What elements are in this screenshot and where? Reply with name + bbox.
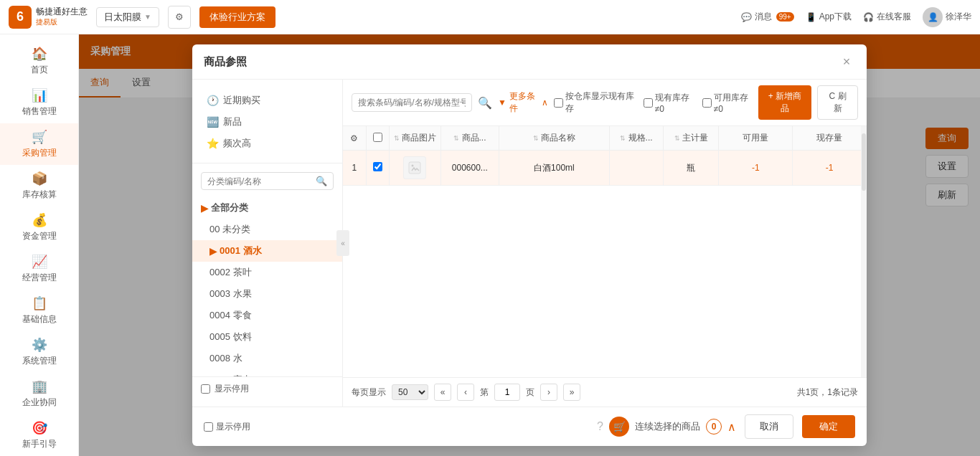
usable-not-zero-label[interactable]: 可用库存≠0 [702,92,753,114]
show-disabled-label[interactable]: 显示停用 [215,383,249,395]
main-content: 采购管理 查询 设置 查询 设置 刷新 商品参照 × [79,34,980,456]
col-settings[interactable]: ⚙ [343,126,366,151]
enterprise-icon: 🏢 [32,379,47,394]
home-icon: 🏠 [32,46,47,62]
sidebar: 🏠 首页 📊 销售管理 🛒 采购管理 📦 库存核算 💰 资金管理 📈 经营管理 … [0,34,79,456]
row-checkbox[interactable] [366,151,389,186]
tree-item-0004[interactable]: 0004 零食 [192,305,342,326]
category-tree: ▶ 全部分类 00 未分类 ▶ 0001 酒水 0002 茶 [192,194,342,376]
sidebar-item-purchase[interactable]: 🛒 采购管理 [0,123,78,165]
sidebar-item-business[interactable]: 📈 经营管理 [0,248,78,290]
row-image [389,151,440,186]
per-page-select[interactable]: 50 100 [392,384,428,400]
online-service-btn[interactable]: 🎧 在线客服 [863,11,911,23]
by-warehouse-checkbox[interactable] [554,98,563,108]
collapse-cart-icon[interactable]: ∧ [727,420,736,434]
show-disabled-footer-label[interactable]: 显示停用 [216,421,250,433]
category-search-input[interactable] [207,176,316,186]
exp-button[interactable]: 体验行业方案 [199,6,275,28]
action-buttons: + 新增商品 C 刷新 [758,85,858,120]
prev-page-button[interactable]: ‹ [457,384,474,401]
tree-item-0003[interactable]: 0003 水果 [192,283,342,305]
col-code[interactable]: ⇅ 商品... [440,126,499,151]
tree-item-00[interactable]: 00 未分类 [192,219,342,240]
row-spec [609,151,663,186]
scrollbar[interactable] [861,126,867,377]
cancel-button[interactable]: 取消 [745,414,793,439]
quick-item-frequent[interactable]: ⭐ 频次高 [201,133,334,154]
tree-item-0008[interactable]: 0008 水 [192,348,342,369]
tree-item-0002[interactable]: 0002 茶叶 [192,262,342,283]
product-table-area: ⚙ ⇅ 商品图片 ⇅ 商品... [343,126,867,377]
cart-area: ? 🛒 连续选择的商品 0 ∧ [597,417,736,437]
col-available[interactable]: 可用量 [719,126,793,151]
logo-sub: 捷易版 [36,17,88,27]
basic-icon: 📋 [32,295,47,311]
select-all-checkbox[interactable] [373,133,382,142]
show-disabled-footer-checkbox[interactable] [204,422,213,432]
pagination-bar: 每页显示 50 100 « ‹ 第 页 › » 共 [343,377,867,407]
active-arrow-icon: ▶ [209,246,217,257]
business-icon: 📈 [32,254,47,270]
tree-item-0005[interactable]: 0005 饮料 [192,326,342,348]
sidebar-item-enterprise[interactable]: 🏢 企业协同 [0,373,78,414]
show-disabled-checkbox[interactable] [201,384,210,394]
svg-point-1 [412,165,414,167]
confirm-button[interactable]: 确定 [802,415,855,438]
stock-not-zero-checkbox[interactable] [644,98,653,108]
sort-icon: ⇅ [533,135,539,142]
per-page-label: 每页显示 [352,386,386,399]
stock-not-zero-label[interactable]: 现有库存≠0 [644,92,694,114]
last-page-button[interactable]: » [563,384,580,401]
sidebar-item-guide[interactable]: 🎯 新手引导 [0,414,78,456]
refresh-product-button[interactable]: C 刷新 [817,85,858,120]
settings-icon[interactable]: ⚙ [168,6,191,29]
by-warehouse-label[interactable]: 按仓库显示现有库存 [554,90,634,115]
modal-title: 商品参照 [204,55,247,69]
filter-checkboxes: 按仓库显示现有库存 现有库存≠0 可用库存≠0 [554,90,753,115]
modal-close-button[interactable]: × [838,53,855,70]
product-search-icon[interactable]: 🔍 [478,96,492,110]
top-nav: 6 畅捷通好生意 捷易版 日太阳膜 ▼ ⚙ 体验行业方案 💬 消息 99+ 📱 … [0,0,980,34]
col-stock[interactable]: 现存量 [793,126,867,151]
tree-item-all[interactable]: ▶ 全部分类 [192,197,342,219]
col-checkbox[interactable] [366,126,389,151]
scrollbar-thumb[interactable] [862,133,866,191]
inventory-icon: 📦 [32,171,47,186]
sidebar-item-system[interactable]: ⚙️ 系统管理 [0,331,78,373]
user-area[interactable]: 👤 徐泽华 [923,7,971,27]
row-available: -1 [719,151,793,186]
quick-item-new[interactable]: 🆕 新品 [201,111,334,133]
modal: 商品参照 × 🕐 近期购买 🆕 [192,44,867,446]
sidebar-item-inventory[interactable]: 📦 库存核算 [0,165,78,206]
tree-item-0001[interactable]: ▶ 0001 酒水 [192,240,342,262]
col-name[interactable]: ⇅ 商品名称 [499,126,609,151]
next-page-button[interactable]: › [540,384,557,401]
col-spec[interactable]: ⇅ 规格... [609,126,663,151]
modal-right-panel: 🔍 ▼ 更多条件 ∧ 按仓库显示现有库存 [343,80,867,407]
sidebar-item-home[interactable]: 🏠 首页 [0,40,78,82]
cart-button[interactable]: 🛒 [609,417,629,437]
sidebar-item-finance[interactable]: 💰 资金管理 [0,206,78,248]
sidebar-item-basic[interactable]: 📋 基础信息 [0,290,78,331]
tree-item-0010[interactable]: 0010 家电 [192,369,342,376]
quick-item-recent[interactable]: 🕐 近期购买 [201,90,334,111]
product-search-input[interactable] [352,93,472,112]
col-unit[interactable]: ⇅ 主计量 [663,126,719,151]
search-icon[interactable]: 🔍 [316,176,327,186]
nav-selector[interactable]: 日太阳膜 ▼ [96,7,159,27]
messages-btn[interactable]: 💬 消息 99+ [741,11,794,23]
help-icon[interactable]: ? [597,420,603,433]
page-number-input[interactable] [494,384,520,401]
sidebar-item-sales[interactable]: 📊 销售管理 [0,82,78,123]
message-badge: 99+ [776,12,794,22]
table-row[interactable]: 1 [343,151,867,186]
usable-not-zero-checkbox[interactable] [702,98,712,108]
add-product-button[interactable]: + 新增商品 [758,85,811,120]
purchase-icon: 🛒 [32,129,47,145]
app-download-btn[interactable]: 📱 App下载 [806,11,852,23]
filter-more-button[interactable]: ▼ 更多条件 ∧ [498,90,548,115]
first-page-button[interactable]: « [434,384,451,401]
modal-body: 🕐 近期购买 🆕 新品 ⭐ 频次高 [192,80,867,407]
left-footer: 显示停用 [192,376,342,401]
